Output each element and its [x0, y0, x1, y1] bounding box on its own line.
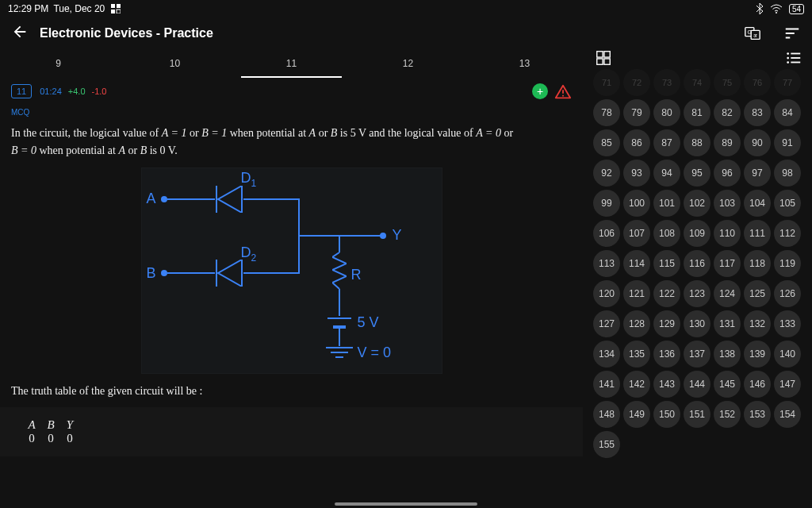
nav-q108[interactable]: 108 — [653, 220, 680, 247]
nav-q86[interactable]: 86 — [623, 129, 650, 156]
nav-q137[interactable]: 137 — [684, 341, 710, 368]
nav-q144[interactable]: 144 — [684, 371, 710, 398]
nav-q135[interactable]: 135 — [623, 341, 650, 368]
tab-q11[interactable]: 11 — [233, 49, 350, 78]
nav-q82[interactable]: 82 — [714, 99, 741, 126]
nav-q80[interactable]: 80 — [653, 99, 680, 126]
nav-q84[interactable]: 84 — [774, 99, 801, 126]
nav-q71[interactable]: 71 — [593, 69, 620, 96]
nav-q149[interactable]: 149 — [623, 401, 650, 428]
nav-q73[interactable]: 73 — [653, 69, 680, 96]
nav-q91[interactable]: 91 — [774, 129, 801, 156]
nav-q148[interactable]: 148 — [593, 401, 620, 428]
nav-q121[interactable]: 121 — [623, 280, 650, 307]
report-button[interactable] — [554, 83, 572, 104]
nav-q102[interactable]: 102 — [684, 190, 710, 217]
nav-q110[interactable]: 110 — [714, 220, 741, 247]
nav-q106[interactable]: 106 — [593, 220, 620, 247]
nav-q85[interactable]: 85 — [593, 129, 620, 156]
nav-q107[interactable]: 107 — [623, 220, 650, 247]
nav-q93[interactable]: 93 — [623, 160, 650, 187]
nav-q124[interactable]: 124 — [714, 280, 741, 307]
nav-q153[interactable]: 153 — [744, 401, 771, 428]
page-title: Electronic Devices - Practice — [40, 26, 213, 40]
nav-q117[interactable]: 117 — [714, 250, 741, 277]
tab-q13[interactable]: 13 — [466, 49, 583, 78]
nav-q134[interactable]: 134 — [593, 341, 620, 368]
nav-q116[interactable]: 116 — [684, 250, 710, 277]
nav-q152[interactable]: 152 — [714, 401, 741, 428]
nav-q136[interactable]: 136 — [653, 341, 680, 368]
nav-q87[interactable]: 87 — [653, 129, 680, 156]
nav-q154[interactable]: 154 — [774, 401, 801, 428]
nav-q128[interactable]: 128 — [623, 310, 650, 337]
nav-q126[interactable]: 126 — [774, 280, 801, 307]
nav-q97[interactable]: 97 — [744, 160, 771, 187]
answer-option[interactable]: ABY 000 — [0, 407, 583, 456]
nav-q101[interactable]: 101 — [653, 190, 680, 217]
sort-button[interactable] — [783, 25, 801, 42]
add-button[interactable]: + — [532, 83, 548, 99]
nav-q125[interactable]: 125 — [744, 280, 771, 307]
nav-q105[interactable]: 105 — [774, 190, 801, 217]
nav-q115[interactable]: 115 — [653, 250, 680, 277]
translate-button[interactable]: Gअ — [744, 25, 761, 42]
nav-q114[interactable]: 114 — [623, 250, 650, 277]
nav-q103[interactable]: 103 — [714, 190, 741, 217]
nav-q118[interactable]: 118 — [744, 250, 771, 277]
nav-q94[interactable]: 94 — [653, 160, 680, 187]
nav-q83[interactable]: 83 — [744, 99, 771, 126]
nav-q76[interactable]: 76 — [744, 69, 771, 96]
svg-rect-18 — [791, 62, 800, 64]
nav-q75[interactable]: 75 — [714, 69, 741, 96]
nav-q155[interactable]: 155 — [593, 431, 620, 458]
nav-q129[interactable]: 129 — [653, 310, 680, 337]
tab-q12[interactable]: 12 — [350, 49, 466, 78]
nav-q90[interactable]: 90 — [744, 129, 771, 156]
nav-q112[interactable]: 112 — [774, 220, 801, 247]
nav-q142[interactable]: 142 — [623, 371, 650, 398]
tab-q9[interactable]: 9 — [0, 49, 117, 78]
nav-q78[interactable]: 78 — [593, 99, 620, 126]
nav-q74[interactable]: 74 — [684, 69, 710, 96]
nav-q98[interactable]: 98 — [774, 160, 801, 187]
nav-q81[interactable]: 81 — [684, 99, 710, 126]
nav-q100[interactable]: 100 — [623, 190, 650, 217]
nav-q123[interactable]: 123 — [684, 280, 710, 307]
nav-q96[interactable]: 96 — [714, 160, 741, 187]
nav-q151[interactable]: 151 — [684, 401, 710, 428]
nav-q145[interactable]: 145 — [714, 371, 741, 398]
nav-q131[interactable]: 131 — [714, 310, 741, 337]
nav-q150[interactable]: 150 — [653, 401, 680, 428]
nav-q133[interactable]: 133 — [774, 310, 801, 337]
nav-q127[interactable]: 127 — [593, 310, 620, 337]
nav-q113[interactable]: 113 — [593, 250, 620, 277]
nav-q79[interactable]: 79 — [623, 99, 650, 126]
nav-q138[interactable]: 138 — [714, 341, 741, 368]
nav-q122[interactable]: 122 — [653, 280, 680, 307]
nav-q99[interactable]: 99 — [593, 190, 620, 217]
nav-q104[interactable]: 104 — [744, 190, 771, 217]
nav-q130[interactable]: 130 — [684, 310, 710, 337]
nav-q77[interactable]: 77 — [774, 69, 801, 96]
nav-q141[interactable]: 141 — [593, 371, 620, 398]
nav-q119[interactable]: 119 — [774, 250, 801, 277]
nav-q146[interactable]: 146 — [744, 371, 771, 398]
tab-q10[interactable]: 10 — [117, 49, 233, 78]
nav-q111[interactable]: 111 — [744, 220, 771, 247]
home-indicator[interactable] — [335, 502, 477, 506]
nav-q89[interactable]: 89 — [714, 129, 741, 156]
node-a-dot — [161, 196, 167, 202]
nav-q147[interactable]: 147 — [774, 371, 801, 398]
nav-q88[interactable]: 88 — [684, 129, 710, 156]
nav-q139[interactable]: 139 — [744, 341, 771, 368]
nav-q132[interactable]: 132 — [744, 310, 771, 337]
nav-q109[interactable]: 109 — [684, 220, 710, 247]
nav-q92[interactable]: 92 — [593, 160, 620, 187]
nav-q72[interactable]: 72 — [623, 69, 650, 96]
nav-q120[interactable]: 120 — [593, 280, 620, 307]
back-button[interactable] — [11, 23, 29, 44]
nav-q143[interactable]: 143 — [653, 371, 680, 398]
nav-q140[interactable]: 140 — [774, 341, 801, 368]
nav-q95[interactable]: 95 — [684, 160, 710, 187]
